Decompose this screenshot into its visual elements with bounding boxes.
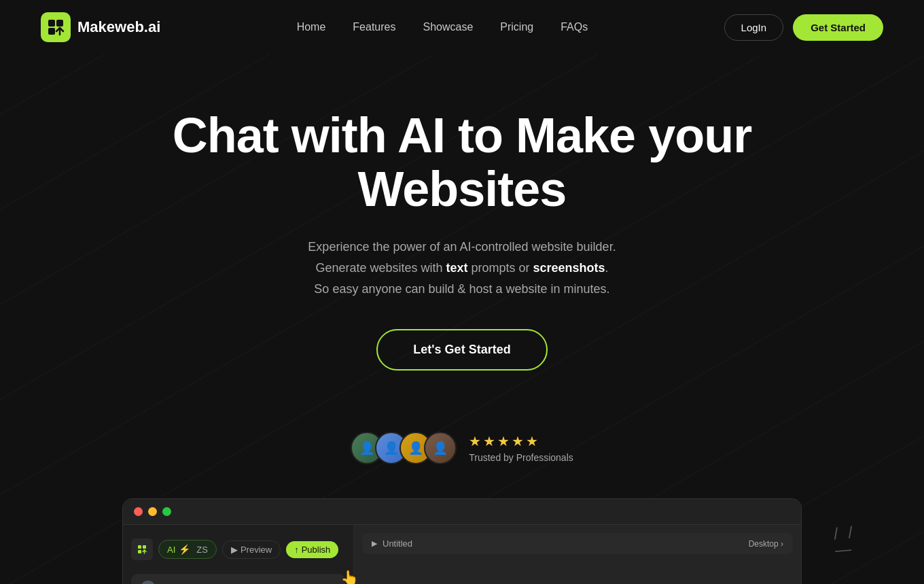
nav-features[interactable]: Features bbox=[353, 21, 395, 33]
svg-rect-0 bbox=[48, 20, 55, 27]
subtitle-line1: Experience the power of an AI-controlled… bbox=[308, 240, 616, 254]
toolbar-preview-btn[interactable]: ▶ Preview bbox=[222, 540, 281, 559]
chat-avatar: Zs bbox=[141, 581, 156, 584]
subtitle-mid: prompts or bbox=[468, 261, 533, 275]
trust-text: Trusted by Professionals bbox=[469, 452, 573, 463]
avatar-stack: 👤 👤 👤 👤 bbox=[351, 432, 457, 464]
chat-message: Zs You re-write this headline bbox=[131, 574, 345, 584]
subtitle-text-bold: text bbox=[446, 261, 467, 275]
toolbar-publish-btn[interactable]: ↑ Publish bbox=[286, 541, 338, 558]
nav-faqs[interactable]: FAQs bbox=[561, 21, 588, 33]
editor-sidebar: AI ⚡ ZS ▶ Preview ↑ Publish Zs bbox=[123, 525, 354, 584]
browser-titlebar bbox=[123, 499, 801, 525]
cursor-icon: 👆 bbox=[340, 570, 359, 584]
upload-icon: ↑ bbox=[294, 545, 299, 555]
hero-title: Chat with AI to Make your Websites bbox=[156, 109, 768, 216]
dot-red bbox=[134, 507, 143, 516]
star-3: ★ bbox=[497, 433, 510, 449]
social-proof: 👤 👤 👤 👤 ★ ★ ★ ★ ★ Trusted by Professiona… bbox=[0, 405, 924, 498]
preview-desktop-btn[interactable]: Desktop › bbox=[749, 539, 783, 549]
hero-section: Chat with AI to Make your Websites Exper… bbox=[0, 54, 924, 405]
toolbar-ai-btn[interactable]: AI ⚡ ZS bbox=[158, 540, 217, 559]
nav-showcase[interactable]: Showcase bbox=[423, 21, 473, 33]
svg-rect-3 bbox=[138, 545, 141, 549]
nav-links: Home Features Showcase Pricing FAQs bbox=[297, 21, 588, 33]
star-5: ★ bbox=[526, 433, 538, 449]
hero-subtitle: Experience the power of an AI-controlled… bbox=[258, 237, 666, 299]
login-button[interactable]: LogIn bbox=[724, 14, 784, 41]
navbar: Makeweb.ai Home Features Showcase Pricin… bbox=[0, 0, 924, 54]
avatar-4: 👤 bbox=[424, 432, 457, 464]
logo-text: Makeweb.ai bbox=[77, 18, 160, 36]
play-icon: ▶ bbox=[231, 545, 238, 555]
browser-mockup: AI ⚡ ZS ▶ Preview ↑ Publish Zs bbox=[122, 498, 802, 584]
subtitle-screenshots: screenshots bbox=[533, 261, 605, 275]
zs-label: ZS bbox=[196, 545, 208, 555]
editor-toolbar: AI ⚡ ZS ▶ Preview ↑ Publish bbox=[131, 533, 345, 568]
hero-cta-button[interactable]: Let's Get Started bbox=[376, 329, 547, 371]
chat-user: Zs You bbox=[141, 581, 336, 584]
lightning-icon: ⚡ bbox=[179, 544, 190, 555]
nav-actions: LogIn Get Started bbox=[724, 14, 883, 41]
stars-row: ★ ★ ★ ★ ★ bbox=[469, 433, 573, 449]
logo-icon bbox=[41, 12, 71, 42]
svg-rect-2 bbox=[48, 28, 55, 35]
star-2: ★ bbox=[483, 433, 495, 449]
nav-pricing[interactable]: Pricing bbox=[500, 21, 533, 33]
preview-title-left: ▶ Untitled bbox=[372, 538, 412, 549]
star-1: ★ bbox=[469, 433, 481, 449]
star-4: ★ bbox=[512, 433, 524, 449]
subtitle-prefix: Generate websites with bbox=[315, 261, 446, 275]
get-started-button[interactable]: Get Started bbox=[793, 14, 883, 41]
dot-green bbox=[162, 507, 171, 516]
nav-home[interactable]: Home bbox=[297, 21, 326, 33]
browser-content: AI ⚡ ZS ▶ Preview ↑ Publish Zs bbox=[123, 525, 801, 584]
decorative-lines: / /— bbox=[833, 524, 857, 559]
preview-title: Untitled bbox=[383, 538, 412, 549]
svg-rect-4 bbox=[143, 545, 146, 549]
preview-titlebar: ▶ Untitled Desktop › bbox=[362, 533, 793, 554]
subtitle-line3: So easy anyone can build & host a websit… bbox=[314, 282, 609, 296]
subtitle-suffix: . bbox=[605, 261, 609, 275]
preview-panel: ▶ Untitled Desktop › bbox=[354, 525, 801, 584]
svg-rect-5 bbox=[138, 550, 141, 553]
nav-logo[interactable]: Makeweb.ai bbox=[41, 12, 160, 42]
preview-play-icon: ▶ bbox=[372, 539, 377, 548]
stars-trust: ★ ★ ★ ★ ★ Trusted by Professionals bbox=[469, 433, 573, 463]
editor-icon bbox=[131, 538, 153, 560]
svg-rect-1 bbox=[56, 20, 63, 27]
dot-yellow bbox=[148, 507, 157, 516]
